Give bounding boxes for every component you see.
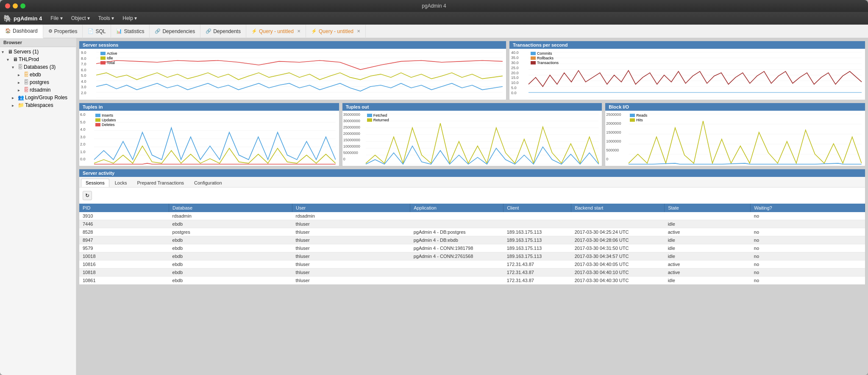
tps-y-40: 40.0 bbox=[511, 50, 519, 55]
locks-tab-label: Locks bbox=[115, 180, 127, 185]
activity-toolbar: ↻ bbox=[79, 188, 865, 204]
legend-total-label: Total bbox=[107, 61, 115, 65]
dashboard-icon: 🏠 bbox=[5, 28, 11, 34]
app-name: pgAdmin 4 bbox=[14, 15, 42, 22]
menu-help[interactable]: Help ▾ bbox=[119, 14, 140, 22]
menu-tools[interactable]: Tools ▾ bbox=[95, 14, 117, 22]
tps-y-30: 30.0 bbox=[511, 61, 519, 65]
sessions-tab-label: Sessions bbox=[86, 180, 105, 185]
table-row[interactable]: 8528postgresthluserpgAdmin 4 - DB:postgr… bbox=[79, 228, 865, 236]
sidebar-item-ebdb[interactable]: ▸ 🗄 ebdb bbox=[0, 71, 76, 78]
y-axis-7: 7.0 bbox=[81, 62, 86, 66]
tab-dependents[interactable]: 🔗 Dependents bbox=[200, 25, 246, 38]
tab-statistics[interactable]: 📊 Statistics bbox=[111, 25, 150, 38]
tab-dependencies[interactable]: 🔗 Dependencies bbox=[150, 25, 200, 38]
dependents-icon: 🔗 bbox=[206, 28, 211, 34]
tab-query1-close[interactable]: ✕ bbox=[297, 29, 300, 34]
table-cell bbox=[410, 277, 504, 285]
col-client: Client bbox=[504, 204, 571, 212]
legend-inserts-label: Inserts bbox=[102, 113, 113, 118]
ebdb-label: ebdb bbox=[30, 72, 41, 78]
expand-databases-icon: ▾ bbox=[12, 65, 17, 70]
legend-hits-label: Hits bbox=[636, 118, 643, 122]
tab-query2[interactable]: ⚡ Query - untitled ✕ bbox=[306, 25, 366, 38]
minimize-button[interactable] bbox=[13, 3, 18, 8]
table-cell: no bbox=[751, 228, 865, 236]
table-cell: ebdb bbox=[169, 220, 292, 228]
databases-icon: 🗄 bbox=[18, 64, 23, 70]
table-cell: 9579 bbox=[79, 244, 169, 252]
tout-y-35m: 35000000 bbox=[343, 112, 360, 117]
activity-tab-configuration[interactable]: Configuration bbox=[189, 179, 226, 187]
menu-file[interactable]: File ▾ bbox=[47, 14, 66, 22]
window-controls[interactable] bbox=[5, 3, 25, 8]
table-cell bbox=[504, 212, 571, 220]
table-cell bbox=[571, 212, 665, 220]
table-cell: ebdb bbox=[169, 269, 292, 277]
tout-y-10m: 10000000 bbox=[343, 144, 360, 148]
tuples-in-panel: Tuples in 6.0 5.0 4.0 3.0 2.0 1.0 0.0 bbox=[79, 103, 339, 166]
table-cell: thluser bbox=[292, 244, 410, 252]
table-row[interactable]: 3910rdsadminrdsadminno bbox=[79, 212, 865, 220]
menubar: 🐘 pgAdmin 4 File ▾ Object ▾ Tools ▾ Help… bbox=[0, 12, 868, 25]
legend-commits-label: Commits bbox=[537, 51, 552, 56]
expand-login-icon: ▸ bbox=[12, 95, 17, 100]
activity-tab-prepared-transactions[interactable]: Prepared Transactions bbox=[132, 179, 189, 187]
legend-transactions: Transactions bbox=[531, 61, 559, 65]
sidebar-item-databases[interactable]: ▾ 🗄 Databases (3) bbox=[0, 63, 76, 71]
close-button[interactable] bbox=[5, 3, 10, 8]
table-row[interactable]: 10018ebdbthluserpgAdmin 4 - CONN:2761568… bbox=[79, 252, 865, 260]
table-cell: thluser bbox=[292, 228, 410, 236]
table-cell: 3910 bbox=[79, 212, 169, 220]
table-row[interactable]: 8947ebdbthluserpgAdmin 4 - DB:ebdb189.16… bbox=[79, 236, 865, 244]
menu-object[interactable]: Object ▾ bbox=[68, 14, 93, 22]
sidebar-item-tablespaces[interactable]: ▸ 📁 Tablespaces bbox=[0, 101, 76, 109]
table-cell bbox=[410, 269, 504, 277]
block-io-panel: Block I/O 2500000 2000000 1500000 100000… bbox=[605, 103, 865, 166]
sidebar-item-thlprod[interactable]: ▾ 🖥 THLProd bbox=[0, 56, 76, 63]
tps-y-20: 20.0 bbox=[511, 71, 519, 75]
table-cell: idle bbox=[665, 236, 751, 244]
tab-properties[interactable]: ⚙ Properties bbox=[43, 25, 83, 38]
tps-y-10: 10.0 bbox=[511, 81, 519, 85]
sidebar-item-servers[interactable]: ▾ 🖥 Servers (1) bbox=[0, 48, 76, 56]
table-row[interactable]: 10816ebdbthluser172.31.43.872017-03-30 0… bbox=[79, 260, 865, 269]
y-axis-5: 5.0 bbox=[81, 73, 86, 78]
tab-properties-label: Properties bbox=[54, 28, 78, 34]
table-cell: no bbox=[751, 277, 865, 285]
tab-dashboard[interactable]: 🏠 Dashboard bbox=[0, 25, 43, 38]
table-row[interactable]: 10818ebdbthluser172.31.43.872017-03-30 0… bbox=[79, 269, 865, 277]
tin-legend: Inserts Updates Deletes bbox=[95, 113, 116, 127]
expand-rdsadmin-icon: ▸ bbox=[18, 88, 23, 92]
query2-icon: ⚡ bbox=[311, 28, 317, 34]
legend-active-label: Active bbox=[107, 51, 117, 56]
table-cell: no bbox=[751, 236, 865, 244]
maximize-button[interactable] bbox=[20, 3, 25, 8]
app-logo: 🐘 pgAdmin 4 bbox=[3, 14, 42, 22]
expand-servers-icon: ▾ bbox=[2, 50, 7, 54]
table-row[interactable]: 10861ebdbthluser172.31.43.872017-03-30 0… bbox=[79, 277, 865, 285]
tab-query2-close[interactable]: ✕ bbox=[357, 29, 360, 34]
activity-tabs: Sessions Locks Prepared Transactions Con… bbox=[79, 177, 865, 188]
bio-legend: Reads Hits bbox=[630, 113, 647, 122]
window-title: pgAdmin 4 bbox=[422, 3, 446, 9]
table-cell: active bbox=[665, 269, 751, 277]
refresh-button[interactable]: ↻ bbox=[83, 191, 92, 200]
main-area: Browser ▾ 🖥 Servers (1) ▾ 🖥 THLProd ▾ 🗄 … bbox=[0, 38, 868, 375]
tab-query2-label: Query - untitled bbox=[319, 28, 353, 34]
activity-tab-locks[interactable]: Locks bbox=[110, 179, 132, 187]
rdsadmin-label: rdsadmin bbox=[30, 87, 50, 93]
block-io-body: 2500000 2000000 1500000 1000000 500000 0 bbox=[605, 111, 865, 166]
tab-dashboard-label: Dashboard bbox=[13, 28, 38, 34]
tab-sql[interactable]: 📄 SQL bbox=[83, 25, 111, 38]
table-cell bbox=[410, 220, 504, 228]
sidebar-item-postgres[interactable]: ▸ 🗄 postgres bbox=[0, 78, 76, 86]
table-row[interactable]: 7446ebdbthluseridle bbox=[79, 220, 865, 228]
tab-query1[interactable]: ⚡ Query - untitled ✕ bbox=[246, 25, 306, 38]
table-row[interactable]: 9579ebdbthluserpgAdmin 4 - CONN:19817981… bbox=[79, 244, 865, 252]
table-cell: pgAdmin 4 - DB:postgres bbox=[410, 228, 504, 236]
table-cell: 2017-03-30 04:40:30 UTC bbox=[571, 277, 665, 285]
activity-tab-sessions[interactable]: Sessions bbox=[81, 179, 109, 187]
sidebar-item-rdsadmin[interactable]: ▸ 🗄 rdsadmin bbox=[0, 86, 76, 94]
sidebar-item-login-roles[interactable]: ▸ 👥 Login/Group Roles bbox=[0, 94, 76, 101]
